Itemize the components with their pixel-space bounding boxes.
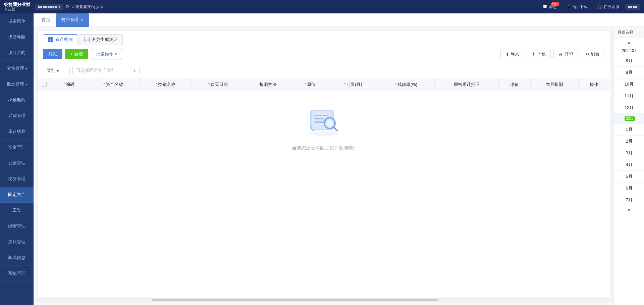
sub-tabs: ≡ 资产明细 📄 变更生成凭证	[38, 31, 610, 45]
filter-row: 类别 ▾ 请选择固定资产类别 ▾	[38, 63, 610, 78]
month-item-9[interactable]: 9月	[614, 67, 644, 79]
tab-bar: 首页 资产管理 ✕	[34, 13, 644, 27]
month-item-11[interactable]: 11月	[614, 90, 644, 102]
empty-icon	[304, 105, 344, 138]
sidebar-item-invoice[interactable]: 发票管理	[0, 155, 34, 171]
month-item-jan[interactable]: 1月	[614, 124, 644, 136]
month-item-mar[interactable]: 3月	[614, 147, 644, 159]
toolbar: 对账 + 新增 批量操作 ▾ ⬆ 导入 ⬇ 下载	[38, 45, 610, 63]
sidebar-item-project[interactable]: 项目合同	[0, 45, 34, 61]
col-purchase-date: *购买日期	[192, 78, 244, 91]
service-icon: 🎧	[597, 4, 602, 9]
sidebar-item-salary[interactable]: 工资	[0, 203, 34, 218]
online-service-button[interactable]: 🎧 在线客服	[597, 4, 620, 10]
category-filter-input[interactable]: 请选择固定资产类别 ▾	[72, 66, 140, 75]
sidebar-item-tax[interactable]: 税务管理	[0, 171, 34, 187]
sub-tab-change-voucher[interactable]: 📄 变更生成凭证	[79, 34, 123, 45]
message-icon: 💬	[542, 4, 547, 9]
demo-icon: ○	[71, 4, 74, 9]
sidebar-item-ecommerce[interactable]: 小畅电商	[0, 92, 34, 108]
sidebar-item-general-ledger[interactable]: 总账管理	[0, 234, 34, 250]
sidebar-item-purchase[interactable]: 采购管理	[0, 108, 34, 124]
sidebar-item-quick-nav[interactable]: 快捷导航	[0, 29, 34, 45]
svg-point-7	[326, 120, 333, 126]
main-panel: ≡ 资产明细 📄 变更生成凭证 对账 + 新增 批量操作 ▾	[38, 31, 610, 301]
import-icon: ⬆	[505, 52, 509, 57]
sub-tab-asset-detail[interactable]: ≡ 资产明细	[43, 34, 78, 45]
top-bar-right: 💬 消息 99+ 📱 App下载 🎧 在线客服 ■■■■	[542, 4, 640, 10]
sidebar-item-search[interactable]: 搜索菜单	[0, 13, 34, 29]
page-content: ≡ 资产明细 📄 变更生成凭证 对账 + 新增 批量操作 ▾	[34, 27, 644, 305]
month-item-10[interactable]: 10月	[614, 79, 644, 90]
sidebar-item-base-info[interactable]: 基础信息	[0, 250, 34, 266]
add-new-button[interactable]: + 新增	[65, 49, 88, 59]
svg-line-8	[333, 127, 337, 131]
print-icon: 🖨	[558, 52, 563, 57]
month-panel: 月份选择 › ▲ 2022.07 8月 9月 10月 11月 12月 2023 …	[614, 27, 644, 305]
col-code: *编码	[51, 78, 87, 91]
svg-rect-3	[314, 115, 328, 116]
col-name: *资产名称	[87, 78, 140, 91]
month-item-apr[interactable]: 4月	[614, 159, 644, 171]
select-all-header[interactable]	[38, 78, 51, 91]
chevron-down-icon: ▾	[57, 68, 59, 73]
tab-close-icon[interactable]: ✕	[80, 17, 84, 22]
scroll-thumb[interactable]	[152, 299, 438, 301]
refresh-button[interactable]: ↻ 刷新	[581, 49, 604, 59]
reconcile-button[interactable]: 对账	[43, 49, 62, 59]
month-panel-collapse-icon[interactable]: ›	[639, 30, 641, 35]
chevron-down-icon: ▾	[58, 4, 60, 9]
chevron-down-icon: ▾	[133, 68, 136, 73]
svg-point-0	[309, 131, 339, 136]
tab-asset-management[interactable]: 资产管理 ✕	[56, 13, 89, 27]
app-logo: 畅捷通好业财 专业版	[4, 2, 30, 12]
message-button[interactable]: 💬 消息 99+	[542, 4, 557, 10]
col-original-value: *原值	[292, 78, 328, 91]
import-button[interactable]: ⬆ 导入	[500, 49, 524, 59]
horizontal-scrollbar[interactable]	[38, 298, 610, 301]
chevron-down-icon: ▾	[115, 52, 117, 57]
tab-home[interactable]: 首页	[36, 13, 56, 27]
batch-ops-button[interactable]: 批量操作 ▾	[91, 49, 122, 59]
top-bar-left: 畅捷通好业财 专业版 ■■■■■■■■ ▾ ⚙ ○ 我要看实例演示	[4, 2, 540, 12]
user-info[interactable]: ■■■■	[625, 4, 640, 10]
sidebar-item-finance[interactable]: 资金管理	[0, 140, 34, 155]
top-bar: 畅捷通好业财 专业版 ■■■■■■■■ ▾ ⚙ ○ 我要看实例演示 💬 消息 9…	[0, 0, 644, 13]
download-button[interactable]: ⬇ 下载	[527, 49, 551, 59]
list-icon: ≡	[48, 37, 53, 42]
demo-link[interactable]: ○ 我要看实例演示	[71, 4, 103, 10]
col-category: *类别名称	[140, 78, 192, 91]
category-type-select[interactable]: 类别 ▾	[43, 66, 70, 75]
month-item-feb[interactable]: 2月	[614, 136, 644, 147]
month-panel-header: 月份选择 ›	[614, 27, 644, 38]
svg-rect-4	[314, 118, 324, 119]
arrow-icon: ▾	[25, 83, 27, 86]
month-nav-up[interactable]: ▲	[614, 38, 644, 46]
year-2022-label: 2022.07	[614, 46, 644, 55]
col-operations: 操作	[578, 78, 610, 91]
sidebar-item-wholesale[interactable]: 批发管理 ▾	[0, 77, 34, 92]
month-item-8[interactable]: 8月	[614, 55, 644, 67]
select-all-checkbox[interactable]	[42, 82, 47, 87]
month-item-jul[interactable]: 7月	[614, 194, 644, 206]
download-icon: ⬇	[532, 52, 536, 57]
month-item-12[interactable]: 12月	[614, 102, 644, 114]
month-item-jun[interactable]: 6月	[614, 183, 644, 194]
month-nav-down[interactable]: ▼	[614, 206, 644, 214]
sidebar-item-system[interactable]: 系统管理	[0, 266, 34, 282]
sidebar-item-operations[interactable]: 经营管理	[0, 218, 34, 234]
sidebar: 搜索菜单 快捷导航 项目合同 零售管理 ▾ 批发管理 ▾ 小畅电商 采购管理 库	[0, 13, 34, 305]
company-selector[interactable]: ■■■■■■■■ ▾	[35, 4, 63, 10]
refresh-icon: ↻	[586, 52, 589, 57]
month-item-may[interactable]: 5月	[614, 171, 644, 183]
app-download-button[interactable]: 📱 App下载	[566, 4, 588, 10]
content-area: 首页 资产管理 ✕ ≡ 资产明细 📄 变更生成凭证	[34, 13, 644, 305]
settings-icon[interactable]: ⚙	[65, 4, 69, 9]
print-button[interactable]: 🖨 打印	[553, 49, 578, 59]
arrow-icon: ▾	[25, 67, 27, 70]
sidebar-item-fixed-assets[interactable]: 固定资产	[0, 187, 34, 203]
table-wrap[interactable]: *编码 *资产名称 *类别名称 *购买日期 折旧方法 *原值 *期限(月) *残…	[38, 78, 610, 298]
sidebar-item-retail[interactable]: 零售管理 ▾	[0, 61, 34, 77]
empty-state: 当前您还没有固定资产明细哦~	[38, 91, 610, 164]
sidebar-item-inventory[interactable]: 库存核算	[0, 124, 34, 140]
